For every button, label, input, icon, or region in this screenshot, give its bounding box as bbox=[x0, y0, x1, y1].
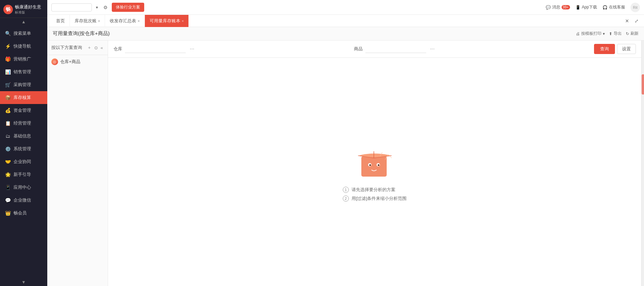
scheme-item-warehouse-goods[interactable]: ◎ 仓库+商品 bbox=[47, 55, 108, 69]
page-header: 可用量查询(按仓库+商品) 🖨 按模板打印 ▾ ⬆ 导出 ↻ 刷新 bbox=[47, 27, 644, 41]
query-btn[interactable]: 查询 bbox=[594, 44, 615, 54]
scheme-item-label: 仓库+商品 bbox=[60, 59, 80, 65]
sidebar-scroll-down[interactable]: ▼ bbox=[0, 278, 47, 286]
scrollbar-thumb[interactable] bbox=[642, 74, 644, 95]
sidebar-item-inventory[interactable]: 📦 库存核算 bbox=[0, 91, 47, 104]
export-icon: ⬆ bbox=[609, 31, 612, 36]
sidebar-item-purchase[interactable]: 🛒 采购管理 bbox=[0, 78, 47, 91]
nav-label-search: 搜索菜单 bbox=[14, 30, 31, 36]
sidebar-nav: 🔍 搜索菜单 ⚡ 快捷导航 🎁 营销推广 📊 销售管理 🛒 采购管理 📦 库存核… bbox=[0, 26, 47, 278]
refresh-icon: ↻ bbox=[626, 31, 629, 36]
add-scheme-btn[interactable]: ＋ bbox=[86, 44, 92, 51]
brand-icon: 畅 bbox=[3, 5, 13, 14]
nav-icon-finance: 💰 bbox=[5, 107, 11, 113]
sidebar-item-operations[interactable]: 📋 经营管理 bbox=[0, 117, 47, 130]
tab-summary-close[interactable]: × bbox=[137, 19, 139, 23]
print-template-btn[interactable]: 🖨 按模板打印 ▾ bbox=[576, 31, 605, 36]
brand-info: 畅康通好生意 标准版 bbox=[15, 4, 41, 15]
empty-state: 1 请先选择要分析的方案 2 用[过滤]条件来缩小分析范围 bbox=[108, 58, 641, 286]
nav-icon-member: 👑 bbox=[5, 210, 11, 216]
nav-icon-marketing: 🎁 bbox=[5, 56, 11, 62]
tab-home[interactable]: 首页 bbox=[51, 15, 70, 27]
topbar-search-input[interactable] bbox=[51, 3, 92, 11]
svg-point-4 bbox=[378, 164, 379, 166]
sidebar-item-finance[interactable]: 💰 资金管理 bbox=[0, 104, 47, 117]
topbar-right: 💬 消息 99+ 📱 App下载 🎧 在线客服 Rit bbox=[546, 3, 640, 12]
topbar-message[interactable]: 💬 消息 99+ bbox=[546, 4, 570, 10]
nav-label-member: 畅会员 bbox=[14, 210, 27, 216]
sidebar-item-member[interactable]: 👑 畅会员 bbox=[0, 207, 47, 219]
nav-label-marketing: 营销推广 bbox=[14, 56, 31, 62]
nav-icon-basic: 🗂 bbox=[5, 133, 11, 139]
brand-name: 畅康通好生意 bbox=[15, 4, 41, 10]
warehouse-filter-input[interactable] bbox=[125, 45, 186, 53]
topbar-search bbox=[51, 3, 92, 11]
nav-icon-appcenter: 📱 bbox=[5, 184, 11, 190]
nav-label-wechat: 企业微信 bbox=[14, 197, 31, 203]
app-label: App下载 bbox=[582, 4, 597, 10]
tip-text-2: 用[过滤]条件来缩小分析范围 bbox=[352, 196, 407, 202]
right-content: 仓库 ··· 商品 ··· 查询 设置 bbox=[108, 41, 641, 286]
right-scrollbar[interactable] bbox=[641, 41, 644, 286]
export-btn[interactable]: ⬆ 导出 bbox=[609, 31, 622, 36]
avatar[interactable]: Rit bbox=[630, 3, 640, 12]
page-title: 可用量查询(按仓库+商品) bbox=[53, 30, 576, 37]
nav-label-system: 系统管理 bbox=[14, 146, 31, 152]
tab-summary-label: 收发存汇总表 bbox=[110, 18, 136, 24]
sidebar-item-basic[interactable]: 🗂 基础信息 bbox=[0, 130, 47, 142]
message-icon: 💬 bbox=[546, 5, 551, 10]
industry-btn[interactable]: 体验行业方案 bbox=[112, 3, 144, 12]
sidebar-item-enterprise[interactable]: 🤝 企业协同 bbox=[0, 155, 47, 168]
sidebar-scroll-up[interactable]: ▲ bbox=[0, 18, 47, 26]
tab-summary[interactable]: 收发存汇总表 × bbox=[105, 15, 145, 27]
refresh-label: 刷新 bbox=[630, 31, 639, 36]
nav-icon-operations: 📋 bbox=[5, 120, 11, 126]
sidebar-item-newbie[interactable]: 🌟 新手引导 bbox=[0, 168, 47, 181]
tab-batch-close[interactable]: × bbox=[98, 19, 100, 23]
export-label: 导出 bbox=[614, 31, 622, 36]
warehouse-more-btn[interactable]: ··· bbox=[188, 46, 196, 52]
nav-label-shortcut: 快捷导航 bbox=[14, 43, 31, 49]
tab-available[interactable]: 可用量库存账本 × bbox=[145, 15, 189, 27]
topbar-dropdown-btn[interactable]: ▾ bbox=[95, 4, 99, 11]
left-panel-title: 按以下方案查询 bbox=[51, 45, 82, 51]
tab-maximize-btn[interactable]: ⤢ bbox=[633, 17, 640, 25]
settings-scheme-btn[interactable]: ⊙ bbox=[94, 44, 99, 51]
sidebar-item-system[interactable]: ⚙️ 系统管理 bbox=[0, 142, 47, 155]
nav-label-operations: 经营管理 bbox=[14, 120, 31, 126]
tab-available-label: 可用量库存账本 bbox=[150, 18, 180, 24]
sidebar-item-marketing[interactable]: 🎁 营销推广 bbox=[0, 53, 47, 66]
collapse-panel-btn[interactable]: « bbox=[100, 44, 104, 51]
refresh-btn[interactable]: ↻ 刷新 bbox=[626, 31, 639, 36]
sidebar-item-sales[interactable]: 📊 销售管理 bbox=[0, 66, 47, 78]
filter-settings-btn[interactable]: 设置 bbox=[617, 44, 636, 54]
topbar-service[interactable]: 🎧 在线客服 bbox=[602, 4, 625, 10]
print-label: 按模板打印 bbox=[581, 31, 601, 36]
user-name: Rit bbox=[630, 3, 640, 12]
tab-available-close[interactable]: × bbox=[182, 19, 184, 23]
sidebar-item-wechat[interactable]: 💬 企业微信 bbox=[0, 194, 47, 207]
goods-more-btn[interactable]: ··· bbox=[429, 46, 436, 52]
app-icon: 📱 bbox=[575, 5, 581, 10]
nav-icon-system: ⚙️ bbox=[5, 146, 11, 152]
tip-num-1: 1 bbox=[343, 187, 349, 193]
nav-label-inventory: 库存核算 bbox=[14, 95, 31, 101]
tab-home-label: 首页 bbox=[56, 18, 65, 24]
empty-tip-1: 1 请先选择要分析的方案 bbox=[343, 187, 407, 193]
brand: 畅 畅康通好生意 标准版 bbox=[3, 4, 44, 15]
warehouse-filter-group: 仓库 ··· bbox=[113, 45, 349, 53]
sidebar-item-shortcut[interactable]: ⚡ 快捷导航 bbox=[0, 40, 47, 53]
empty-svg bbox=[355, 139, 395, 180]
topbar-gear-icon[interactable]: ⚙ bbox=[102, 3, 109, 11]
goods-filter-input[interactable] bbox=[365, 45, 426, 53]
tab-close-all-btn[interactable]: ✕ bbox=[624, 17, 630, 25]
empty-tips: 1 请先选择要分析的方案 2 用[过滤]条件来缩小分析范围 bbox=[343, 187, 407, 204]
topbar-app-download[interactable]: 📱 App下载 bbox=[575, 4, 597, 10]
tab-batch[interactable]: 库存批次账 × bbox=[70, 15, 105, 27]
sidebar-item-search[interactable]: 🔍 搜索菜单 bbox=[0, 27, 47, 40]
topbar: ▾ ⚙ 体验行业方案 💬 消息 99+ 📱 App下载 🎧 在线客服 Rit bbox=[47, 0, 644, 15]
left-panel-icon-group: ＋ ⊙ « bbox=[86, 44, 104, 51]
nav-label-purchase: 采购管理 bbox=[14, 82, 31, 88]
sidebar-item-appcenter[interactable]: 📱 应用中心 bbox=[0, 181, 47, 194]
tabs-bar: 首页 库存批次账 × 收发存汇总表 × 可用量库存账本 × ✕ ⤢ bbox=[47, 15, 644, 27]
